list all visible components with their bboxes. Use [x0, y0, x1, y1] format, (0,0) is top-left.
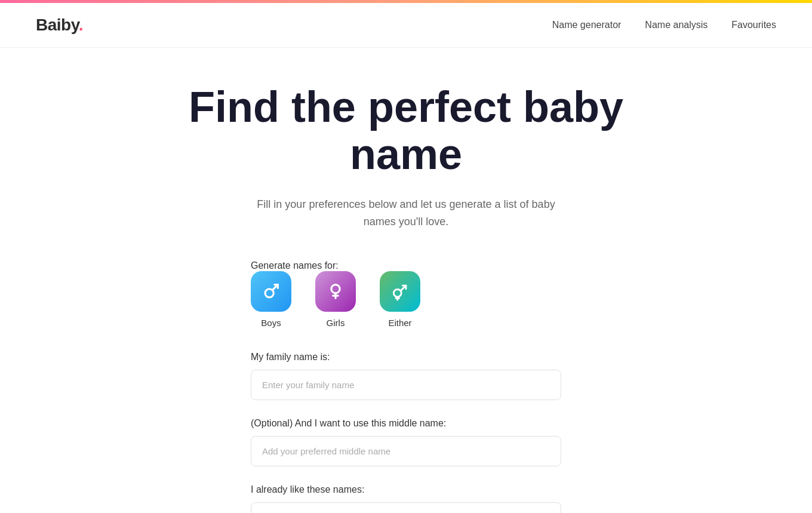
- already-like-label: I already like these names:: [251, 484, 561, 495]
- family-name-input[interactable]: [251, 370, 561, 400]
- svg-point-2: [331, 285, 340, 293]
- generate-label: Generate names for:: [251, 260, 339, 271]
- already-like-select[interactable]: Select...: [251, 502, 561, 513]
- gender-selector: Boys Girls: [251, 271, 561, 328]
- boys-label: Boys: [261, 318, 281, 328]
- middle-name-label: (Optional) And I want to use this middle…: [251, 418, 561, 429]
- either-icon: [380, 271, 420, 312]
- middle-name-input[interactable]: [251, 436, 561, 466]
- girls-label: Girls: [327, 318, 345, 328]
- family-name-group: My family name is:: [251, 352, 561, 400]
- page-title: Find the perfect baby name: [167, 84, 645, 178]
- nav-name-analysis[interactable]: Name analysis: [645, 20, 708, 30]
- already-like-group: I already like these names: Select... ⌄: [251, 484, 561, 513]
- gender-option-girls[interactable]: Girls: [315, 271, 356, 328]
- family-name-label: My family name is:: [251, 352, 561, 363]
- gender-form-group: Generate names for: Boys: [251, 260, 561, 328]
- form-section: Generate names for: Boys: [251, 260, 561, 513]
- logo[interactable]: Baiby.: [36, 16, 83, 35]
- middle-name-group: (Optional) And I want to use this middle…: [251, 418, 561, 466]
- nav-favourites[interactable]: Favourites: [731, 20, 776, 30]
- svg-point-6: [393, 289, 401, 297]
- nav-name-generator[interactable]: Name generator: [552, 20, 622, 30]
- girls-icon: [315, 271, 356, 312]
- gender-option-boys[interactable]: Boys: [251, 271, 291, 328]
- main-content: Find the perfect baby name Fill in your …: [0, 48, 812, 513]
- boys-icon: [251, 271, 291, 312]
- page-subtitle: Fill in your preferences below and let u…: [251, 196, 561, 231]
- gender-option-either[interactable]: Either: [380, 271, 420, 328]
- already-like-select-wrapper: Select... ⌄: [251, 502, 561, 513]
- either-label: Either: [388, 318, 411, 328]
- logo-dot: .: [79, 16, 83, 34]
- nav-links: Name generator Name analysis Favourites: [552, 20, 776, 30]
- navbar: Baiby. Name generator Name analysis Favo…: [0, 3, 812, 48]
